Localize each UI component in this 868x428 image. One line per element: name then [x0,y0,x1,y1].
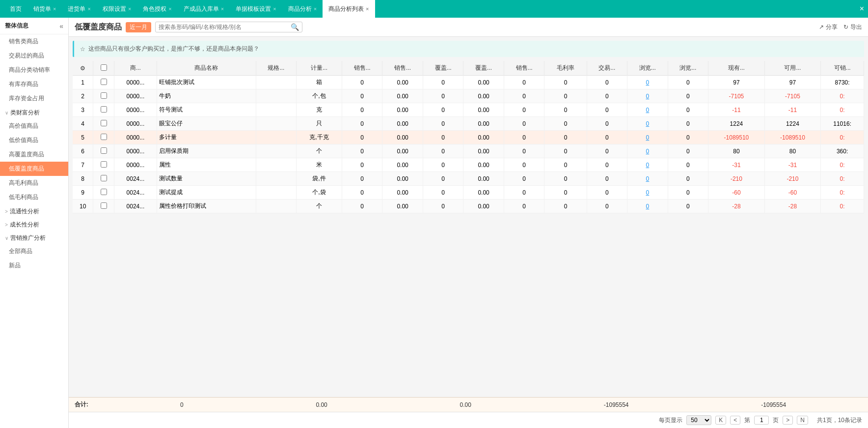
nav-item-purchase[interactable]: 进货单 × [62,0,96,18]
col-sales-amt[interactable]: 销售... [382,61,423,76]
row-select-checkbox[interactable] [101,134,107,140]
browse1-link[interactable]: 0 [646,162,650,169]
row-browse1[interactable]: 0 [627,103,668,117]
next-page-button[interactable]: > [783,416,793,425]
time-filter-button[interactable]: 近一月 [126,22,151,32]
row-select-checkbox[interactable] [101,92,107,99]
sidebar-item-low-margin[interactable]: 低毛利商品 [0,190,68,204]
nav-item-permission[interactable]: 权限设置 × [97,0,137,18]
browse1-link[interactable]: 0 [646,79,650,86]
col-coverage2[interactable]: 覆盖... [463,61,504,76]
window-close-button[interactable]: × [860,4,864,13]
nav-item-analysis[interactable]: 商品分析 × [282,0,323,18]
row-browse1[interactable]: 0 [627,200,668,213]
col-unit[interactable]: 计量... [297,61,342,76]
browse1-link[interactable]: 0 [646,148,650,155]
col-trade[interactable]: 交易... [587,61,627,76]
row-checkbox[interactable] [93,200,114,213]
browse1-link[interactable]: 0 [646,134,650,141]
sidebar-item-low-coverage[interactable]: 低覆盖度商品 [0,162,68,176]
sidebar-item-low-value[interactable]: 低价值商品 [0,133,68,147]
sidebar-section-growth[interactable]: > 成长性分析 [0,218,68,231]
browse1-link[interactable]: 0 [646,203,650,210]
sidebar-item-new-goods[interactable]: 新品 [0,258,68,273]
row-select-checkbox[interactable] [101,120,107,126]
row-checkbox[interactable] [93,158,114,172]
row-select-checkbox[interactable] [101,79,107,85]
sidebar-item-sales-goods[interactable]: 销售类商品 [0,34,68,49]
page-input[interactable] [754,416,769,425]
close-icon[interactable]: × [314,6,317,12]
close-icon[interactable]: × [221,6,224,12]
row-checkbox[interactable] [93,89,114,103]
row-checkbox[interactable] [93,117,114,131]
col-settings[interactable]: ⚙ [73,61,93,76]
row-browse1[interactable]: 0 [627,158,668,172]
row-browse1[interactable]: 0 [627,89,668,103]
sidebar-item-inventory-capital[interactable]: 库存资金占用 [0,91,68,106]
sidebar-collapse-button[interactable]: « [59,22,63,30]
browse1-link[interactable]: 0 [646,189,650,196]
row-browse1[interactable]: 0 [627,144,668,158]
sidebar-item-traded-goods[interactable]: 交易过的商品 [0,49,68,63]
nav-item-analysis-list[interactable]: 商品分析列表 × [323,0,375,18]
col-browse2[interactable]: 浏览... [668,61,708,76]
close-icon[interactable]: × [128,6,131,12]
row-browse1[interactable]: 0 [627,117,668,131]
row-browse1[interactable]: 0 [627,76,668,89]
row-select-checkbox[interactable] [101,189,107,195]
nav-item-production[interactable]: 产成品入库单 × [178,0,230,18]
row-browse1[interactable]: 0 [627,131,668,144]
row-checkbox[interactable] [93,131,114,144]
browse1-link[interactable]: 0 [646,93,650,100]
col-sales-qty[interactable]: 销售... [342,61,382,76]
browse1-link[interactable]: 0 [646,120,650,127]
row-checkbox[interactable] [93,172,114,186]
nav-item-home[interactable]: 首页 [4,0,27,18]
row-select-checkbox[interactable] [101,202,107,209]
row-browse1[interactable]: 0 [627,186,668,200]
row-browse1[interactable]: 0 [627,172,668,186]
sidebar-item-high-coverage[interactable]: 高覆盖度商品 [0,147,68,162]
search-input[interactable] [159,24,291,30]
nav-item-template[interactable]: 单据模板设置 × [230,0,282,18]
first-page-button[interactable]: K [715,416,726,425]
col-sales3[interactable]: 销售... [504,61,544,76]
sidebar-item-stocked-goods[interactable]: 有库存商品 [0,77,68,91]
close-icon[interactable]: × [273,6,276,12]
row-select-checkbox[interactable] [101,106,107,113]
col-gross-rate[interactable]: 毛利率 [544,61,587,76]
row-checkbox[interactable] [93,103,114,117]
prev-page-button[interactable]: < [730,416,740,425]
col-spec[interactable]: 规格... [256,61,297,76]
sidebar-section-wealth[interactable]: ∨ 类财富分析 [0,106,68,119]
close-icon[interactable]: × [53,6,56,12]
col-coverage1[interactable]: 覆盖... [423,61,463,76]
sidebar-section-circulation[interactable]: > 流通性分析 [0,204,68,218]
sidebar-section-marketing[interactable]: ∨ 营销推广分析 [0,231,68,244]
export-button[interactable]: ↻ 导出 [843,23,862,31]
browse1-link[interactable]: 0 [646,107,650,114]
sidebar-item-all-goods[interactable]: 全部商品 [0,244,68,258]
browse1-link[interactable]: 0 [646,175,650,182]
nav-item-sales[interactable]: 销货单 × [27,0,62,18]
sidebar-item-high-margin[interactable]: 高毛利商品 [0,176,68,190]
col-browse1[interactable]: 浏览... [627,61,668,76]
col-saleable[interactable]: 可销... [821,61,864,76]
col-name[interactable]: 商品名称 [157,61,256,76]
row-select-checkbox[interactable] [101,147,107,154]
close-icon[interactable]: × [366,6,369,12]
row-checkbox[interactable] [93,186,114,200]
sidebar-item-category-rate[interactable]: 商品分类动销率 [0,63,68,77]
sidebar-item-high-value[interactable]: 高价值商品 [0,119,68,133]
nav-item-role[interactable]: 角色授权 × [137,0,177,18]
row-select-checkbox[interactable] [101,175,107,181]
col-current[interactable]: 现有... [708,61,765,76]
row-checkbox[interactable] [93,76,114,89]
page-size-select[interactable]: 50 10 20 100 [686,415,711,425]
row-select-checkbox[interactable] [101,161,107,168]
select-all-checkbox[interactable] [101,64,107,71]
col-available[interactable]: 可用... [764,61,821,76]
col-code[interactable]: 商... [114,61,157,76]
share-button[interactable]: ↗ 分享 [819,23,838,31]
